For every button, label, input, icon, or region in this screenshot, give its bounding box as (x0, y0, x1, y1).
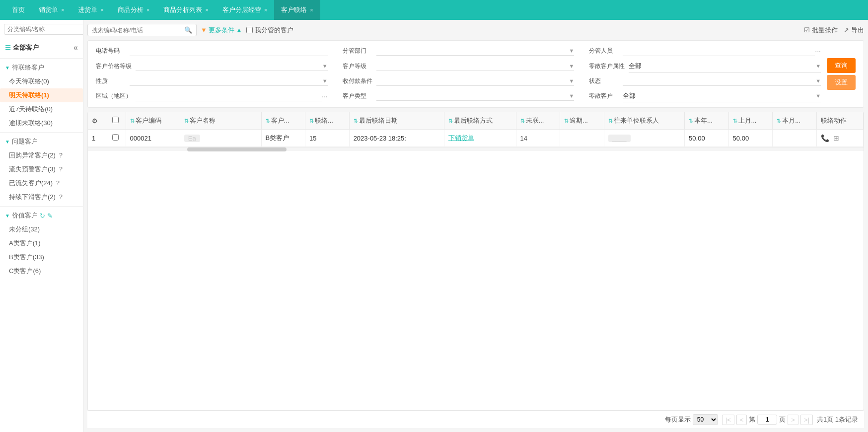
sort-icon: ⇅ (448, 118, 453, 124)
filter-select-dept[interactable]: ▼ (376, 46, 575, 56)
chevron-icon: ▲ (236, 26, 242, 34)
close-icon[interactable]: × (100, 7, 103, 13)
export-button[interactable]: ↗ 导出 (844, 26, 864, 35)
filter-cell-dept: 分管部门 ▼ (343, 46, 575, 56)
sidebar-item-today-contact[interactable]: 今天待联络(0) (0, 74, 83, 88)
filter-input-region[interactable] (136, 91, 322, 101)
search-input[interactable] (92, 27, 184, 34)
sidebar-item-repurchase-abnormal[interactable]: 回购异常客户(2) ？ (0, 148, 83, 162)
sidebar-item-class-a[interactable]: A类客户(1) (0, 236, 83, 250)
top-navigation: 首页 销货单 × 进货单 × 商品分析 × 商品分析列表 × 客户分层经营 × … (0, 0, 868, 20)
next-page-button[interactable]: > (788, 415, 798, 425)
data-table-container: ⚙ ⇅客户编码 ⇅客户名称 ⇅客户... (87, 112, 864, 411)
content-area: 🔍 ▼ 更多条件 ▲ 我分管的客户 ☑ 批量操作 ↗ 导出 (83, 20, 868, 432)
close-icon[interactable]: × (146, 7, 149, 13)
phone-icon[interactable]: 📞 (821, 134, 829, 142)
filter-select-customer-level[interactable]: ▼ (376, 62, 575, 71)
nav-product-analysis-list[interactable]: 商品分析列表 × (156, 0, 215, 20)
th-last-contact-date[interactable]: ⇅最后联络日期 (349, 112, 444, 130)
sidebar-item-declining[interactable]: 持续下滑客户(2) ？ (0, 190, 83, 204)
close-icon[interactable]: × (264, 7, 267, 13)
sidebar-item-class-b[interactable]: B类客户(33) (0, 250, 83, 264)
th-contact-count[interactable]: ⇅联络... (305, 112, 350, 130)
th-last-month[interactable]: ⇅上月... (728, 112, 773, 130)
prev-page-button[interactable]: < (736, 415, 747, 425)
last-contact-method-link[interactable]: 下销货单 (448, 134, 474, 142)
grid-icon[interactable]: ⊞ (833, 134, 839, 142)
th-uncontact[interactable]: ⇅未联... (516, 112, 560, 130)
th-checkbox[interactable] (108, 112, 126, 130)
batch-ops-button[interactable]: ☑ 批量操作 (804, 26, 838, 35)
td-last-contact-method[interactable]: 下销货单 (444, 130, 516, 147)
filter-select-payment[interactable]: ▼ (376, 76, 575, 86)
th-last-contact-method[interactable]: ⇅最后联络方式 (444, 112, 516, 130)
sidebar-all-customers[interactable]: ☰ 全部客户 « (0, 39, 83, 56)
td-contact-person: ____ (604, 130, 684, 147)
filter-input-person[interactable] (623, 46, 815, 56)
last-page-button[interactable]: >| (800, 415, 813, 425)
sidebar-item-churn-warning[interactable]: 流失预警客户(3) ？ (0, 162, 83, 176)
nav-customer-tier[interactable]: 客户分层经营 × (216, 0, 274, 20)
chevron-down-icon: ▼ (322, 78, 328, 84)
filter-select-retail-attr[interactable]: 全部 ▼ (629, 60, 821, 72)
nav-home[interactable]: 首页 (5, 0, 32, 20)
th-customer-type[interactable]: ⇅客户... (261, 112, 305, 130)
page-size-select[interactable]: 50 100 200 (693, 414, 718, 425)
close-icon[interactable]: × (205, 7, 208, 13)
filter-select-customer-type[interactable]: ▼ (376, 91, 575, 101)
close-icon[interactable]: × (310, 7, 313, 13)
sidebar-item-tomorrow-contact[interactable]: 明天待联络(1) (0, 88, 83, 102)
th-overdue[interactable]: ⇅逾期... (560, 112, 604, 130)
filter-label-retail-attr: 零散客户属性 (589, 62, 625, 71)
sidebar-item-class-c[interactable]: C类客户(6) (0, 264, 83, 278)
sidebar-item-ungrouped[interactable]: 未分组(32) (0, 222, 83, 236)
nav-purchase-order[interactable]: 进货单 × (71, 0, 110, 20)
query-button[interactable]: 查询 (827, 58, 856, 73)
scroll-bar-container (88, 147, 864, 151)
filter-select-nature[interactable]: ▼ (130, 76, 328, 86)
more-icon[interactable]: ··· (815, 47, 821, 55)
page-input[interactable] (757, 415, 777, 425)
my-customers-check-input[interactable] (246, 27, 253, 33)
close-icon[interactable]: × (61, 7, 64, 13)
divider (0, 132, 83, 133)
filter-cell-retail-attr: 零散客户属性 全部 ▼ (589, 60, 821, 72)
sort-icon: ⇅ (354, 118, 358, 124)
th-this-month[interactable]: ⇅本月... (773, 112, 817, 130)
row-checkbox[interactable] (112, 134, 119, 141)
sidebar-item-churned[interactable]: 已流失客户(24) ？ (0, 176, 83, 190)
td-checkbox[interactable] (108, 130, 126, 147)
filter-select-price-level[interactable]: ▼ (136, 62, 328, 71)
nav-product-analysis[interactable]: 商品分析 × (111, 0, 156, 20)
sidebar-group-value-customers[interactable]: 价值客户 ↻ ✎ (0, 209, 83, 222)
nav-customer-contact[interactable]: 客户联络 × (274, 0, 320, 20)
search-icon[interactable]: 🔍 (184, 26, 192, 34)
sidebar-item-overdue-contact[interactable]: 逾期未联络(30) (0, 116, 83, 130)
scroll-bar[interactable] (187, 147, 287, 151)
sidebar-group-pending-contact[interactable]: 待联络客户 (0, 61, 83, 74)
refresh-icon[interactable]: ↻ (40, 212, 45, 219)
sidebar-item-7days-contact[interactable]: 近7天待联络(0) (0, 102, 83, 116)
more-icon[interactable]: ··· (322, 92, 328, 100)
collapse-icon[interactable]: « (73, 43, 78, 52)
edit-icon[interactable]: ✎ (47, 212, 53, 219)
select-all-checkbox[interactable] (112, 117, 119, 123)
sidebar-group-problem-customers[interactable]: 问题客户 (0, 135, 83, 148)
th-this-year[interactable]: ⇅本年... (685, 112, 729, 130)
more-conditions-button[interactable]: ▼ 更多条件 ▲ (201, 26, 242, 35)
th-contact-person[interactable]: ⇅往来单位联系人 (604, 112, 684, 130)
settings-button[interactable]: 设置 (827, 75, 856, 90)
gear-icon[interactable]: ⚙ (92, 117, 98, 125)
my-customers-checkbox[interactable]: 我分管的客户 (246, 26, 293, 35)
filter-input-phone[interactable] (130, 46, 328, 56)
sidebar-search-input[interactable] (4, 24, 83, 35)
filter-select-status[interactable]: ▼ (623, 76, 821, 86)
filter-select-retail-customer[interactable]: 全部 ▼ (623, 90, 821, 102)
nav-sales-order[interactable]: 销货单 × (32, 0, 71, 20)
th-code[interactable]: ⇅客户编码 (126, 112, 180, 130)
first-page-button[interactable]: |< (722, 415, 734, 425)
filter-actions: 查询 设置 (827, 46, 856, 102)
filter-label-status: 状态 (589, 77, 619, 85)
th-name[interactable]: ⇅客户名称 (180, 112, 261, 130)
th-gear[interactable]: ⚙ (88, 112, 108, 130)
